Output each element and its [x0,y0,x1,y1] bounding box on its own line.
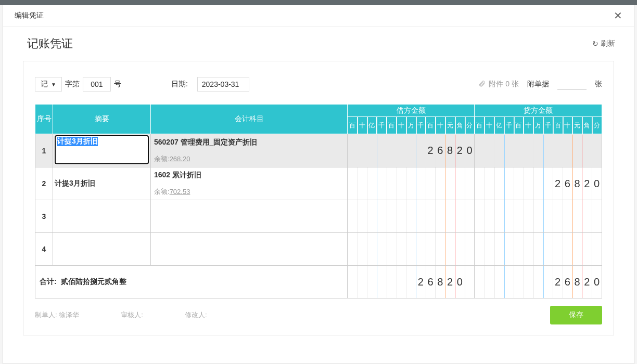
digit-cell [465,200,475,232]
voucher-number-input[interactable] [83,77,111,92]
digit-cell [494,135,504,167]
digit-cell [485,233,494,265]
digit-cell [367,167,377,200]
digit-cell: 2 [426,135,436,167]
creator-value: 徐泽华 [59,311,79,319]
digit-cell [387,266,397,298]
digit-unit-label: 万 [533,117,543,134]
digit-unit-label: 千 [377,117,387,134]
digit-cell [582,233,592,265]
col-subject-header: 会计科目 [151,105,348,134]
row-summary-cell[interactable]: 计提3月折旧 [53,167,151,200]
digit-cell [524,135,533,167]
digit-cell [455,200,465,232]
close-icon[interactable]: ✕ [614,10,622,21]
digit-cell [455,233,465,265]
digit-cell [563,135,572,167]
edit-voucher-modal: 编辑凭证 ✕ 记账凭证 ↻ 刷新 记 ▼ 字第 号 日期: [3,5,634,364]
hao-label: 号 [114,80,121,89]
modal-title: 编辑凭证 [15,11,44,20]
digit-unit-label: 分 [465,117,475,134]
refresh-button[interactable]: ↻ 刷新 [592,39,615,48]
digit-cell: 6 [563,167,572,200]
row-summary-cell[interactable] [53,134,151,167]
row-summary-cell[interactable] [53,200,151,233]
digit-unit-label: 千 [416,117,426,134]
row-debit-cell[interactable]: 26820 [348,134,475,167]
modal-body: 记账凭证 ↻ 刷新 记 ▼ 字第 号 日期: [3,27,634,346]
digit-cell [543,135,553,167]
table-row[interactable]: 1560207 管理费用_固定资产折旧余额:268.2026820 [35,134,602,167]
digit-cell [572,233,582,265]
digit-unit-label: 分 [592,117,602,134]
row-summary-cell[interactable] [53,233,151,266]
total-label: 合计: [40,277,57,285]
digit-cell [543,167,553,200]
digit-cell [582,135,592,167]
summary-input[interactable] [55,135,149,164]
row-subject-cell[interactable] [151,200,348,233]
voucher-type-select[interactable]: 记 ▼ [35,77,62,92]
attachbill-input[interactable] [557,79,587,90]
digit-cell: 2 [582,167,592,200]
refresh-label: 刷新 [601,39,615,48]
digit-unit-label: 百 [426,117,436,134]
digit-cell [524,200,533,232]
row-debit-cell[interactable] [348,167,475,200]
row-seq: 4 [35,233,53,266]
digit-cell [543,233,553,265]
modifier-label: 修改人: [185,311,207,319]
digit-unit-label: 百 [387,117,397,134]
row-debit-cell[interactable] [348,200,475,233]
digit-unit-label: 角 [582,117,592,134]
digit-cell [504,233,514,265]
digit-unit-label: 十 [563,117,572,134]
digit-cell: 0 [455,266,465,298]
digit-unit-label: 亿 [367,117,377,134]
zidi-label: 字第 [65,80,80,89]
attachment-link[interactable]: 附件 0 张 [478,80,519,89]
row-subject-cell[interactable] [151,233,348,266]
row-credit-cell[interactable] [475,134,602,167]
digit-cell [582,200,592,232]
digit-cell [504,266,514,298]
voucher-footer: 制单人: 徐泽华 审核人: 修改人: 保存 [35,306,602,324]
save-button[interactable]: 保存 [550,306,602,324]
digit-cell [485,266,494,298]
total-label-cell: 合计: 贰佰陆拾捌元贰角整 [35,266,348,298]
digit-cell: 8 [572,266,582,298]
digit-unit-label: 亿 [494,117,504,134]
digit-cell [572,135,582,167]
row-credit-cell[interactable]: 26820 [475,167,602,200]
digit-cell [416,200,426,232]
row-subject-balance: 余额:268.20 [154,154,344,164]
row-subject-balance: 余额:702.53 [154,187,344,197]
table-row[interactable]: 3 [35,200,602,233]
digit-cell: 2 [445,266,455,298]
row-debit-cell[interactable] [348,233,475,266]
row-subject-cell[interactable]: 1602 累计折旧余额:702.53 [151,167,348,200]
date-input[interactable] [197,77,249,92]
auditor-info: 审核人: [121,310,143,320]
digit-cell [377,233,387,265]
digit-cell [494,233,504,265]
digit-cell: 0 [592,167,602,200]
digit-cell: 0 [465,135,475,167]
digit-unit-label: 十 [396,117,406,134]
table-row[interactable]: 4 [35,233,602,266]
row-credit-cell[interactable] [475,233,602,266]
digit-cell [533,167,543,200]
total-cn-amount: 贰佰陆拾捌元贰角整 [61,277,126,285]
table-row[interactable]: 2计提3月折旧1602 累计折旧余额:702.5326820 [35,167,602,200]
page-title: 记账凭证 [27,36,73,51]
digit-cell [465,233,475,265]
row-credit-cell[interactable] [475,200,602,233]
digit-cell [406,200,416,232]
digit-cell [485,200,494,232]
digit-cell [514,167,524,200]
digit-cell [455,167,465,200]
auditor-label: 审核人: [121,311,143,319]
row-subject-cell[interactable]: 560207 管理费用_固定资产折旧余额:268.20 [151,134,348,167]
page-titlebar: 记账凭证 ↻ 刷新 [7,27,630,55]
digit-cell [377,167,387,200]
